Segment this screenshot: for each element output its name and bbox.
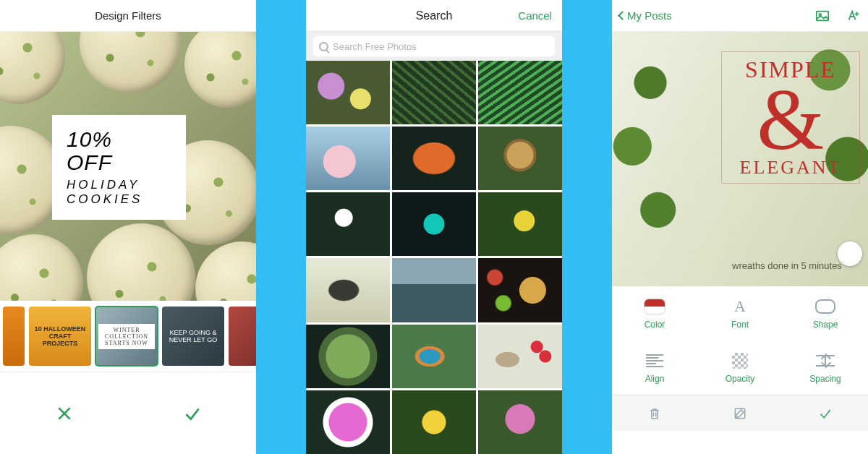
photo-tile[interactable] (392, 61, 476, 124)
photo-tile[interactable] (306, 325, 390, 388)
add-text-icon[interactable] (845, 8, 861, 24)
promo-text-box[interactable]: 10% OFF HOLIDAY COOKIES (52, 115, 186, 220)
tool-spacing[interactable]: Spacing (783, 340, 868, 395)
text-element-selected[interactable]: SIMPLE & ELEGANT (722, 52, 859, 183)
photo-tile[interactable] (306, 192, 390, 256)
tool-color[interactable]: Color (612, 286, 697, 340)
screen-text-editor: My Posts SIMPLE & ELEGANT wreaths done i… (612, 0, 868, 454)
promo-line3: HOLIDAY (67, 178, 171, 192)
check-icon (818, 406, 833, 421)
filter-label: KEEP GOING & NEVER LET GO (165, 329, 221, 343)
photo-tile[interactable] (392, 192, 476, 256)
header-title: Search (416, 9, 453, 22)
opacity-icon (732, 353, 748, 369)
promo-line4: COOKIES (67, 192, 171, 207)
header: My Posts (612, 0, 868, 32)
tool-label: Color (644, 320, 665, 330)
search-input[interactable]: Search Free Photos (313, 36, 555, 56)
delete-button[interactable] (612, 395, 697, 431)
photo-tile[interactable] (478, 325, 562, 388)
filter-thumb-selected[interactable]: WINTER COLLECTION STARTS NOW (95, 307, 158, 366)
search-bar-container: Search Free Photos (306, 32, 562, 61)
photo-grid[interactable] (306, 61, 562, 454)
tool-grid: Color A Font Shape Align Opacity Spacing (612, 286, 868, 395)
back-button[interactable]: My Posts (619, 9, 672, 22)
cancel-button[interactable]: Cancel (518, 9, 552, 22)
edit-button[interactable] (697, 395, 783, 431)
filter-label: 10 HALLOWEEN CRAFT PROJECTS (32, 325, 88, 347)
tool-label: Shape (813, 320, 838, 330)
tool-label: Spacing (809, 374, 841, 384)
photo-tile[interactable] (478, 192, 562, 256)
header: Design Filters (0, 0, 256, 32)
font-icon: A (734, 297, 746, 316)
cancel-button[interactable] (0, 372, 128, 454)
photo-tile[interactable] (306, 127, 390, 190)
align-icon (646, 354, 663, 367)
spacing-icon (816, 354, 835, 368)
filter-thumb[interactable] (3, 307, 25, 366)
photo-tile[interactable] (306, 61, 390, 124)
screen-search: Search Cancel Search Free Photos (306, 0, 562, 454)
photo-tile[interactable] (392, 127, 476, 190)
confirm-button[interactable] (128, 372, 256, 454)
svg-point-1 (819, 13, 821, 15)
action-bar (0, 372, 256, 454)
photo-tile[interactable] (478, 390, 562, 454)
confirm-button[interactable] (783, 395, 868, 431)
color-swatch-icon (644, 299, 665, 314)
tool-align[interactable]: Align (612, 340, 697, 395)
photo-tile[interactable] (392, 390, 476, 454)
trash-icon (647, 406, 662, 421)
chevron-left-icon (618, 11, 627, 20)
tool-opacity[interactable]: Opacity (697, 340, 783, 395)
svg-rect-0 (817, 11, 829, 20)
image-icon[interactable] (814, 8, 830, 24)
filter-label: WINTER COLLECTION STARTS NOW (98, 324, 155, 349)
screen-design-filters: Design Filters 10% OFF HOLIDAY COOKIES 1… (0, 0, 256, 454)
tool-font[interactable]: A Font (697, 286, 783, 340)
photo-tile[interactable] (306, 390, 390, 454)
check-icon (183, 404, 202, 423)
tool-label: Align (645, 374, 665, 384)
header-title: Design Filters (95, 9, 161, 22)
promo-line2: OFF (67, 151, 171, 174)
text-word2: ELEGANT (726, 157, 855, 179)
tool-shape[interactable]: Shape (783, 286, 868, 340)
search-icon (319, 42, 328, 51)
tool-label: Font (731, 320, 749, 330)
design-canvas[interactable]: 10% OFF HOLIDAY COOKIES (0, 32, 256, 301)
filter-thumb[interactable] (229, 307, 256, 366)
promo-line1: 10% (67, 128, 171, 151)
search-placeholder: Search Free Photos (333, 41, 417, 52)
shape-icon (815, 299, 835, 314)
filter-thumb[interactable]: 10 HALLOWEEN CRAFT PROJECTS (29, 307, 91, 366)
bottom-bar (612, 395, 868, 431)
header: Search Cancel (306, 0, 562, 32)
photo-tile[interactable] (306, 258, 390, 322)
back-label: My Posts (627, 9, 672, 22)
close-icon (55, 404, 74, 423)
photo-tile[interactable] (392, 258, 476, 322)
filter-thumb[interactable]: KEEP GOING & NEVER LET GO (162, 307, 224, 366)
subtitle-text[interactable]: wreaths done in 5 minutes (715, 260, 859, 271)
photo-tile[interactable] (478, 127, 562, 190)
design-canvas[interactable]: SIMPLE & ELEGANT wreaths done in 5 minut… (612, 32, 868, 286)
filter-strip[interactable]: 10 HALLOWEEN CRAFT PROJECTS WINTER COLLE… (0, 301, 256, 372)
tool-label: Opacity (726, 374, 755, 384)
photo-tile[interactable] (392, 325, 476, 388)
photo-tile[interactable] (478, 258, 562, 322)
photo-tile[interactable] (478, 61, 562, 124)
text-amp: & (726, 83, 855, 157)
edit-icon (733, 406, 747, 421)
